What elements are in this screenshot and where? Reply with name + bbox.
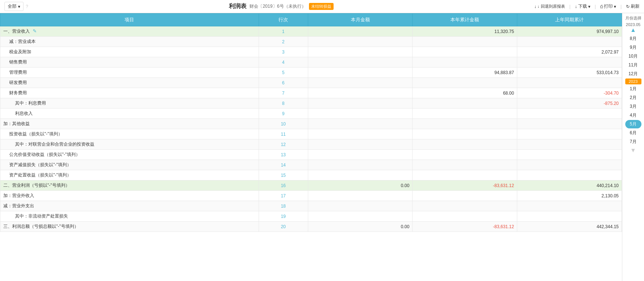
table-row: 加：其他收益10 xyxy=(0,119,622,129)
row-name-cell: 财务费用 xyxy=(0,88,259,98)
ytd-cell: -83,631.12 xyxy=(413,180,517,191)
prev-year-cell xyxy=(517,211,622,222)
month-item[interactable]: 2月 xyxy=(625,94,641,102)
current-month-cell xyxy=(308,129,413,139)
ytd-cell xyxy=(413,37,517,47)
current-month-cell xyxy=(308,37,413,47)
prev-year-cell xyxy=(517,129,622,139)
row-name-cell: 其中：利息费用 xyxy=(0,98,259,109)
row-num-cell: 13 xyxy=(259,150,308,160)
table-row: 研发费用6 xyxy=(0,78,622,88)
row-num-cell: 10 xyxy=(259,119,308,129)
current-month-cell xyxy=(308,170,413,180)
table-row: 利息收入9 xyxy=(0,109,622,119)
current-month-cell xyxy=(308,139,413,150)
month-item[interactable]: 11月 xyxy=(625,61,641,69)
header-center: 利润表 财会〔2019〕6号（未执行） 未结转损益 xyxy=(229,3,333,10)
month-nav-up-button[interactable]: ▲ xyxy=(630,27,636,33)
prev-year-cell: 533,014.73 xyxy=(517,67,622,78)
col-header-row: 行次 xyxy=(259,14,308,26)
ytd-cell xyxy=(413,78,517,88)
ytd-cell xyxy=(413,211,517,222)
download-button[interactable]: ↓ 下载 ▾ xyxy=(575,3,590,10)
current-month-cell xyxy=(308,78,413,88)
current-month-cell xyxy=(308,109,413,119)
scope-dropdown[interactable]: 全部 ▾ xyxy=(4,2,24,11)
table-row: 其中：利息费用8-875.20 xyxy=(0,98,622,109)
col-header-prev: 上年同期累计 xyxy=(517,14,622,26)
month-item[interactable]: 5月 xyxy=(625,120,641,128)
row-num-cell: 16 xyxy=(259,180,308,191)
prev-year-cell: 2,072.97 xyxy=(517,47,622,57)
current-month-cell xyxy=(308,160,413,170)
status-badge[interactable]: 未结转损益 xyxy=(309,3,334,10)
month-item[interactable]: 10月 xyxy=(625,52,641,61)
month-nav-down-button[interactable]: ▼ xyxy=(630,147,636,154)
current-month-cell xyxy=(308,88,413,98)
month-item[interactable]: 1月 xyxy=(625,85,641,93)
ytd-cell xyxy=(413,129,517,139)
ytd-cell xyxy=(413,160,517,170)
refresh-button[interactable]: ↻ 刷新 xyxy=(626,3,640,10)
row-name-cell: 资产减值损失（损失以"-"填列） xyxy=(0,160,259,170)
row-name-cell: 投资收益（损失以"-"填列） xyxy=(0,129,259,139)
refresh-icon: ↻ xyxy=(626,4,630,9)
row-name-cell: 管理费用 xyxy=(0,67,259,78)
month-item[interactable]: 3月 xyxy=(625,102,641,111)
row-num-cell: 12 xyxy=(259,139,308,150)
row-num-cell: 6 xyxy=(259,78,308,88)
month-item[interactable]: 9月 xyxy=(625,43,641,52)
prev-year-cell xyxy=(517,109,622,119)
ytd-cell xyxy=(413,57,517,67)
ytd-cell xyxy=(413,109,517,119)
row-name-cell: 其中：对联营企业和合营企业的投资收益 xyxy=(0,139,259,150)
prev-year-cell xyxy=(517,150,622,160)
month-item[interactable]: 6月 xyxy=(625,129,641,137)
back-button[interactable]: ↓ ↓ 回退到原报表 xyxy=(534,4,565,9)
current-month-cell xyxy=(308,191,413,201)
current-month-cell xyxy=(308,26,413,37)
current-month-cell xyxy=(308,98,413,109)
month-item[interactable]: 12月 xyxy=(625,70,641,78)
edit-icon[interactable]: ✎ xyxy=(31,28,37,34)
print-button[interactable]: ⎙ 打印 ▾ xyxy=(600,3,616,10)
table-row: 投资收益（损失以"-"填列）11 xyxy=(0,129,622,139)
scope-label: 全部 xyxy=(8,3,17,10)
profit-table: 项目 行次 本月金额 本年累计金额 上年同期累计 一、营业收入 ✎111,320… xyxy=(0,13,622,232)
row-num-cell: 17 xyxy=(259,191,308,201)
row-name-cell: 资产处置收益（损失以"-"填列） xyxy=(0,170,259,180)
page-title: 利润表 xyxy=(229,3,247,10)
ytd-cell xyxy=(413,139,517,150)
prev-year-cell: -875.20 xyxy=(517,98,622,109)
row-name-cell: 减：营业成本 xyxy=(0,37,259,47)
row-name-cell: 三、利润总额（亏损总额以"-"号填列） xyxy=(0,222,259,232)
row-name-cell: 利息收入 xyxy=(0,109,259,119)
ytd-cell: 68.00 xyxy=(413,88,517,98)
prev-year-cell xyxy=(517,78,622,88)
table-row: 销售费用4 xyxy=(0,57,622,67)
month-item[interactable]: 4月 xyxy=(625,111,641,120)
month-item[interactable]: 7月 xyxy=(625,138,641,146)
row-num-cell: 20 xyxy=(259,222,308,232)
month-item[interactable]: 8月 xyxy=(625,34,641,43)
row-num-cell: 14 xyxy=(259,160,308,170)
prev-year-cell xyxy=(517,119,622,129)
table-row: 减：营业成本2 xyxy=(0,37,622,47)
current-month-cell xyxy=(308,201,413,211)
download-icon: ↓ xyxy=(575,4,577,9)
table-row: 减：营业外支出18 xyxy=(0,201,622,211)
row-name-cell: 二、营业利润（亏损以"-"号填列） xyxy=(0,180,259,191)
col-header-name: 项目 xyxy=(0,14,259,26)
table-row: 公允价值变动收益（损失以"-"填列）13 xyxy=(0,150,622,160)
prev-year-cell xyxy=(517,201,622,211)
row-name-cell: 销售费用 xyxy=(0,57,259,67)
ytd-cell xyxy=(413,119,517,129)
chevron-down-icon: ▾ xyxy=(614,4,616,9)
table-row: 其中：非流动资产处置损失19 xyxy=(0,211,622,222)
main-content: 项目 行次 本月金额 本年累计金额 上年同期累计 一、营业收入 ✎111,320… xyxy=(0,13,644,281)
row-name-cell: 税金及附加 xyxy=(0,47,259,57)
table-row: 三、利润总额（亏损总额以"-"号填列）200.00-83,631.12442,3… xyxy=(0,222,622,232)
year-label[interactable]: 2023 xyxy=(625,79,641,84)
current-month-cell xyxy=(308,67,413,78)
ytd-cell xyxy=(413,191,517,201)
